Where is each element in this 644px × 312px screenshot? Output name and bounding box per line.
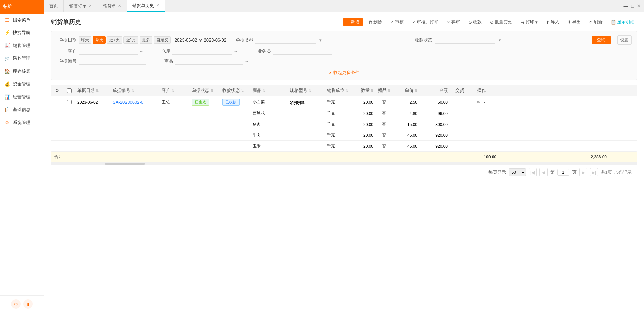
row1-checkbox[interactable] [67, 100, 72, 104]
approve-print-button[interactable]: ✓ 审核并打印 [409, 18, 441, 26]
th-trade[interactable]: 交货 [450, 85, 470, 96]
filter-doc-type-input[interactable] [255, 37, 316, 44]
approve-print-icon: ✓ [412, 20, 416, 25]
delete-button[interactable]: 🗑 删除 [365, 18, 385, 26]
row3-spec [288, 119, 325, 130]
page-title: 销货单历史 [51, 18, 81, 26]
collapse-button[interactable]: ∧ 收起更多条件 [56, 68, 632, 76]
last7days-btn[interactable]: 近7天 [107, 36, 122, 44]
row4-check [63, 130, 75, 140]
minimize-btn[interactable]: — [624, 3, 628, 9]
first-page-btn[interactable]: |◀ [529, 168, 537, 176]
th-date[interactable]: 单据日期 ⇅ [75, 85, 111, 96]
row2-gift: 否 [375, 108, 392, 119]
tab-sales-history-close[interactable]: ✕ [156, 3, 159, 8]
row1-num-link[interactable]: SA-20230602-0 [113, 100, 143, 105]
th-settings[interactable]: ⚙ [51, 85, 63, 96]
per-page-select[interactable]: 50 100 200 [509, 168, 526, 176]
sidebar-item-purchase-mgmt[interactable]: 🛒 采购管理 [0, 52, 44, 65]
settings-filter-button[interactable]: 设置 [617, 35, 632, 45]
new-button[interactable]: + 新增 [343, 18, 363, 26]
biz-person-ellipsis[interactable]: ··· [334, 49, 338, 54]
th-unit[interactable]: 销售单位 ⇅ [325, 85, 352, 96]
date-sort-icon: ⇅ [96, 89, 99, 93]
bottom-pause-icon[interactable]: ⏸ [23, 299, 33, 309]
maximize-btn[interactable]: □ [631, 3, 634, 9]
last1month-btn[interactable]: 近1月 [123, 36, 139, 44]
warehouse-ellipsis[interactable]: ··· [234, 49, 237, 54]
row4-settings [51, 130, 63, 140]
next-page-btn[interactable]: ▶ [579, 168, 587, 176]
collect-icon: ⊙ [468, 20, 472, 25]
th-qty[interactable]: 数量 ⇅ [352, 85, 375, 96]
approve-button[interactable]: ✓ 审核 [388, 18, 407, 26]
scroll-thumb[interactable] [105, 163, 145, 165]
th-amount[interactable]: 金额 [419, 85, 450, 96]
bottom-settings-icon[interactable]: ⚙ [11, 299, 21, 309]
custom-btn[interactable]: 自定义 [154, 36, 171, 44]
table-row: 西兰花 千克 20.00 否 4.80 96.00 [51, 108, 637, 119]
sidebar-item-search-menu[interactable]: ☰ 搜索菜单 [0, 14, 44, 26]
sidebar-item-operation[interactable]: 📊 经营管理 [0, 90, 44, 103]
close-btn-win[interactable]: ✕ [637, 3, 641, 9]
select-all-checkbox[interactable] [67, 88, 72, 93]
th-gift[interactable]: 赠品 ⇅ [375, 85, 392, 96]
filter-area: 单据日期 昨天 今天 近7天 近1月 更多 自定义 2023-06-02 至 2… [51, 31, 637, 80]
tab-sales-delivery-close[interactable]: ✕ [118, 4, 121, 8]
filter-warehouse-label: 仓库 [150, 48, 170, 54]
sidebar-item-basic-info[interactable]: 📋 基础信息 [0, 103, 44, 116]
summary-amount: 2,286.00 [591, 155, 607, 159]
delete-icon: 🗑 [368, 20, 372, 25]
tab-sales-history[interactable]: 销货单历史 ✕ [127, 0, 165, 12]
th-pay-status[interactable]: 收款状态 ⇅ [220, 85, 251, 96]
goods-sort-icon: ⇅ [262, 89, 265, 93]
sidebar-item-finance[interactable]: 💰 资金管理 [0, 78, 44, 90]
th-price[interactable]: 单价 ⇅ [392, 85, 419, 96]
tab-home[interactable]: 首页 [44, 0, 64, 12]
th-spec[interactable]: 规格型号 ⇅ [288, 85, 325, 96]
current-page-input[interactable] [557, 169, 569, 176]
tab-sales-delivery[interactable]: 销货单 ✕ [97, 0, 127, 12]
collect-button[interactable]: ⊙ 收款 [466, 18, 484, 26]
th-check[interactable] [63, 85, 75, 96]
show-detail-button[interactable]: 📋 显示明细 [608, 18, 637, 26]
sidebar-item-inventory[interactable]: 🏠 库存核算 [0, 65, 44, 78]
prev-page-btn[interactable]: ◀ [539, 168, 548, 176]
row1-num[interactable]: SA-20230602-0 [111, 96, 160, 108]
page-of-label: 页 [572, 169, 577, 175]
sidebar-item-sys-mgmt[interactable]: ⚙ 系统管理 [0, 116, 44, 129]
print-button[interactable]: 🖨 打印 ▾ [517, 18, 540, 26]
filter-doc-num-input[interactable] [79, 58, 146, 65]
query-button[interactable]: 查询 [592, 36, 611, 44]
filter-goods-input[interactable] [175, 58, 243, 65]
th-num[interactable]: 单据编号 ⇅ [111, 85, 160, 96]
filter-pay-status-input[interactable] [435, 37, 495, 44]
sidebar-item-quick-nav[interactable]: ⚡ 快捷导航 [0, 26, 44, 39]
more-btn[interactable]: 更多 [140, 36, 152, 44]
yesterday-btn[interactable]: 昨天 [79, 36, 91, 44]
refresh-button[interactable]: ↻ 刷新 [586, 18, 605, 26]
sidebar-item-sales-mgmt[interactable]: 📈 销售管理 [0, 39, 44, 52]
th-status[interactable]: 单据状态 ⇅ [190, 85, 220, 96]
filter-warehouse-input[interactable] [172, 48, 232, 55]
tab-sales-order-close[interactable]: ✕ [89, 4, 92, 8]
import-button[interactable]: ⬆ 导入 [543, 18, 562, 26]
th-goods[interactable]: 商品 ⇅ [251, 85, 288, 96]
row1-check[interactable] [63, 96, 75, 108]
today-btn[interactable]: 今天 [93, 36, 106, 44]
row1-more-icon[interactable]: ⋯ [482, 100, 487, 105]
row1-edit-icon[interactable]: ✏ [477, 100, 480, 105]
batch-change-button[interactable]: ⊙ 批量变更 [487, 18, 515, 26]
goods-ellipsis[interactable]: ··· [245, 59, 248, 64]
export-button[interactable]: ⬇ 导出 [565, 18, 584, 26]
horizontal-scrollbar[interactable] [51, 162, 637, 165]
abandon-button[interactable]: ✕ 弃审 [444, 18, 463, 26]
status-sort-icon: ⇅ [211, 89, 213, 93]
th-customer[interactable]: 客户 ⇅ [160, 85, 190, 96]
filter-customer-input[interactable] [79, 48, 138, 55]
filter-biz-person-input[interactable] [273, 48, 332, 55]
filter-doc-num-label: 单据编号 [56, 58, 77, 64]
last-page-btn[interactable]: ▶| [590, 168, 598, 176]
customer-ellipsis[interactable]: ··· [140, 49, 143, 54]
tab-sales-order[interactable]: 销售订单 ✕ [64, 0, 97, 12]
